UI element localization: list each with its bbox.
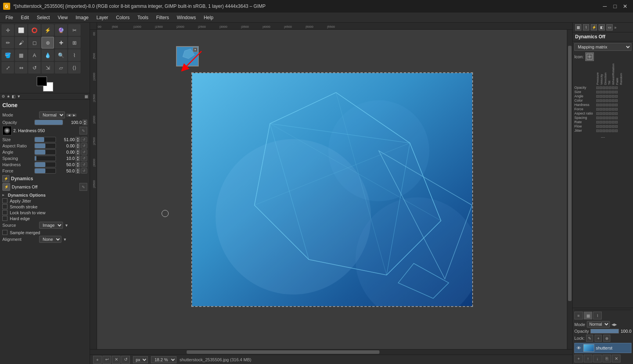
fg-bg-colors[interactable]	[37, 77, 53, 91]
channels-icon[interactable]: ▦	[575, 24, 581, 30]
panel-more-icon[interactable]: »	[614, 25, 617, 30]
menu-colors[interactable]: Colors	[112, 14, 134, 21]
layers-mode-arrows[interactable]: ◀▶	[611, 323, 617, 326]
menu-image[interactable]: Image	[72, 14, 92, 21]
source-select[interactable]: Image	[39, 222, 63, 229]
horizontal-scrollbar[interactable]	[90, 349, 572, 355]
unit-select[interactable]: px	[133, 356, 148, 363]
lock-position-btn[interactable]: ⊕	[603, 335, 610, 342]
tool-paintbrush[interactable]: 🖌	[15, 37, 27, 48]
new-layer-button[interactable]: +	[574, 355, 583, 362]
tool-shear[interactable]: ▱	[55, 62, 67, 74]
mode-prev-btn[interactable]: ◀	[67, 114, 71, 117]
force-down-btn[interactable]: ▼	[76, 171, 80, 174]
brush-edit-button[interactable]: ✎	[79, 127, 87, 134]
hardness-up-btn[interactable]: ▲	[76, 162, 80, 165]
hardness-slider[interactable]	[34, 162, 56, 167]
tool-bucket-fill[interactable]: 🪣	[2, 49, 14, 61]
tool-pencil[interactable]: ✏	[2, 37, 14, 48]
redo-btn[interactable]: ↺	[121, 356, 130, 364]
aspect-ratio-down-btn[interactable]: ▼	[76, 146, 80, 149]
menu-edit[interactable]: Edit	[17, 14, 33, 21]
tool-eraser[interactable]: ◻	[28, 37, 41, 48]
lock-pixels-btn[interactable]: ✎	[586, 335, 593, 342]
save-options-btn[interactable]: ▼	[17, 94, 21, 99]
tool-scale[interactable]: ⇲	[41, 62, 54, 74]
delete-layer-button[interactable]: ✕	[612, 355, 620, 362]
tool-layers-tab[interactable]: ◧	[12, 94, 15, 99]
minimize-button[interactable]: ─	[600, 2, 610, 11]
tool-color-picker[interactable]: 💧	[41, 49, 54, 61]
angle-reset-btn[interactable]: ↺	[81, 149, 87, 155]
layers-opacity-slider[interactable]	[590, 329, 619, 334]
tool-rect-select[interactable]: ⬜	[15, 24, 27, 36]
aspect-ratio-reset-btn[interactable]: ↺	[81, 143, 87, 149]
menu-tools[interactable]: Tools	[133, 14, 152, 21]
angle-slider[interactable]	[34, 149, 56, 155]
alignment-select[interactable]: None	[39, 236, 61, 243]
size-down-btn[interactable]: ▼	[76, 140, 80, 142]
menu-filters[interactable]: Filters	[152, 14, 173, 21]
paths-icon[interactable]: ⌇	[583, 24, 589, 30]
horizontal-scroll-thumb[interactable]	[187, 350, 379, 354]
tool-flip[interactable]: ⇔	[15, 62, 27, 74]
sample-merged-checkbox[interactable]	[2, 230, 7, 235]
tool-paths[interactable]: ⌇	[68, 49, 81, 61]
tool-blend[interactable]: ▦	[15, 49, 27, 61]
canvas-image-area[interactable]	[97, 30, 567, 349]
dynamics-options-label[interactable]: Dynamics Options	[8, 193, 46, 197]
lock-brush-checkbox[interactable]	[2, 210, 7, 215]
opacity-up-btn[interactable]: ▲	[83, 120, 87, 122]
spacing-slider[interactable]	[34, 156, 56, 161]
mapping-select[interactable]: Mapping matrix	[574, 43, 631, 51]
aspect-ratio-up-btn[interactable]: ▲	[76, 143, 80, 146]
size-up-btn[interactable]: ▲	[76, 137, 80, 140]
tool-free-select[interactable]: ⚡	[41, 24, 54, 36]
tool-presets-tab[interactable]: ★	[7, 94, 10, 99]
menu-select[interactable]: Select	[33, 14, 54, 21]
layers-mode-select[interactable]: Normal	[587, 321, 610, 328]
tool-heal[interactable]: ✚	[55, 37, 67, 48]
mini-preview[interactable]: ×	[176, 46, 199, 66]
mode-next-btn[interactable]: ▶	[72, 114, 76, 117]
menu-file[interactable]: File	[2, 14, 17, 21]
angle-down-btn[interactable]: ▼	[76, 152, 80, 155]
gradients-icon[interactable]: ▭	[606, 24, 613, 30]
aspect-ratio-slider[interactable]	[34, 143, 56, 149]
dynamics-edit-button[interactable]: ✎	[79, 183, 87, 191]
spacing-reset-btn[interactable]: ↺	[81, 156, 87, 161]
paths-tab-btn[interactable]: ⌇	[593, 312, 602, 319]
mini-preview-close-button[interactable]: ×	[193, 47, 198, 52]
patterns-icon[interactable]: ◧	[599, 24, 605, 30]
menu-view[interactable]: View	[54, 14, 72, 21]
duplicate-layer-button[interactable]: ⎘	[602, 355, 611, 362]
tool-perspective[interactable]: ⟨⟩	[68, 62, 81, 74]
tool-clone[interactable]: ⊕	[41, 37, 54, 48]
vertical-scrollbar[interactable]	[567, 30, 572, 349]
tool-perspective-clone[interactable]: ⊞	[68, 37, 81, 48]
force-up-btn[interactable]: ▲	[76, 168, 80, 171]
tool-text[interactable]: A	[28, 49, 41, 61]
hardness-reset-btn[interactable]: ↺	[81, 162, 87, 167]
size-reset-btn[interactable]: ↺	[81, 137, 87, 142]
tool-options-menu[interactable]: ▦	[85, 94, 88, 99]
lower-layer-button[interactable]: ↓	[593, 355, 602, 362]
tool-ellipse-select[interactable]: ⭕	[28, 24, 41, 36]
mode-select[interactable]: Normal	[39, 111, 65, 118]
delete-btn[interactable]: ✕	[112, 356, 120, 364]
lock-alpha-btn[interactable]: +	[595, 335, 602, 342]
tool-options-tab[interactable]: ⚙	[2, 94, 5, 99]
layer-visibility-toggle[interactable]: 👁	[575, 345, 582, 351]
opacity-slider[interactable]	[34, 120, 63, 125]
tool-magnify[interactable]: 🔍	[55, 49, 67, 61]
angle-up-btn[interactable]: ▲	[76, 149, 80, 152]
apply-jitter-checkbox[interactable]	[2, 198, 7, 203]
opacity-down-btn[interactable]: ▼	[83, 122, 87, 125]
tool-rotate[interactable]: ↺	[28, 62, 41, 74]
spacing-up-btn[interactable]: ▲	[76, 156, 80, 158]
menu-help[interactable]: Help	[200, 14, 218, 21]
raise-layer-button[interactable]: ↑	[584, 355, 592, 362]
brush-preview[interactable]	[2, 126, 12, 135]
tool-fuzzy-select[interactable]: 🔮	[55, 24, 67, 36]
tool-scissors[interactable]: ✂	[68, 24, 81, 36]
